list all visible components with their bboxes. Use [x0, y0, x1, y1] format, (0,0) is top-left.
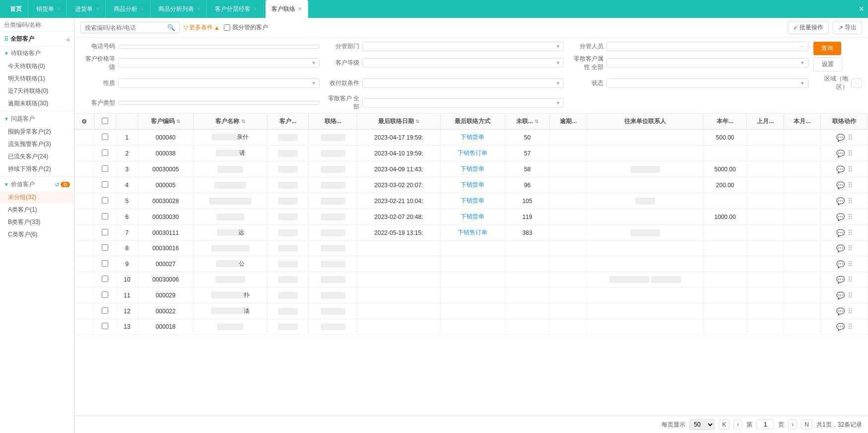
more-icon[interactable]: ⠿	[848, 291, 853, 299]
comment-icon[interactable]: 💬	[836, 149, 845, 157]
col-config[interactable]: ⚙	[74, 114, 94, 130]
sidebar-item-overdue[interactable]: 逾期未联络(30)	[0, 97, 74, 110]
filter-input-price-level[interactable]: ▼	[118, 58, 320, 68]
contact-method-link[interactable]: 下销货单	[461, 213, 484, 220]
row-checkbox[interactable]	[102, 149, 108, 156]
row-checkbox[interactable]	[102, 134, 108, 140]
sidebar-item-churned[interactable]: 已流失客户(24)	[0, 150, 74, 163]
config-icon[interactable]: ⚙	[81, 118, 87, 125]
group-waiting-label[interactable]: ▼ 待联络客户	[0, 47, 74, 60]
tab-purchase[interactable]: 进货单 ×	[69, 0, 106, 18]
more-icon[interactable]: ⠿	[848, 134, 853, 142]
refresh-icon[interactable]: ↺	[55, 181, 60, 188]
sidebar-item-ungrouped[interactable]: 未分组(32)	[0, 191, 74, 204]
row-checkbox[interactable]	[102, 323, 108, 329]
filter-input-phone[interactable]	[118, 45, 320, 49]
col-contact[interactable]: 联络...	[309, 114, 357, 130]
close-customer-segment-tab[interactable]: ×	[254, 5, 257, 12]
sidebar-item-a-class[interactable]: A类客户(1)	[0, 204, 74, 216]
col-last-month[interactable]: 上月...	[747, 114, 784, 130]
contact-method-link[interactable]: 下销货单	[461, 165, 484, 172]
page-number-input[interactable]	[756, 420, 774, 430]
col-this-year[interactable]: 本年...	[703, 114, 747, 130]
sidebar-search-input[interactable]	[4, 21, 74, 28]
group-problem-label[interactable]: ▼ 问题客户	[0, 112, 74, 126]
row-checkbox[interactable]	[102, 181, 108, 188]
row-checkbox[interactable]	[102, 307, 108, 314]
more-icon[interactable]: ⠿	[848, 181, 853, 189]
row-checkbox[interactable]	[102, 229, 108, 235]
sidebar-collapse-btn[interactable]: «	[66, 35, 70, 43]
comment-icon[interactable]: 💬	[836, 165, 845, 173]
tab-analysis[interactable]: 商品分析 ×	[108, 0, 150, 18]
more-icon[interactable]: ⠿	[848, 307, 853, 315]
comment-icon[interactable]: 💬	[836, 244, 845, 252]
sidebar-item-churn-warning[interactable]: 流失预警客户(3)	[0, 138, 74, 150]
row-checkbox[interactable]	[102, 244, 108, 251]
row-checkbox[interactable]	[102, 213, 108, 219]
col-overdue[interactable]: 逾期...	[550, 114, 587, 130]
col-category[interactable]: 客户...	[267, 114, 309, 130]
comment-icon[interactable]: 💬	[836, 134, 845, 142]
sidebar-item-b-class[interactable]: B类客户(33)	[0, 216, 74, 228]
comment-icon[interactable]: 💬	[836, 213, 845, 221]
select-all-checkbox[interactable]	[102, 118, 108, 124]
page-size-select[interactable]: 50 100	[689, 419, 715, 430]
close-all-button[interactable]: ×	[859, 4, 864, 14]
filter-input-payment[interactable]: ▼	[362, 78, 564, 88]
more-icon[interactable]: ⠿	[848, 244, 853, 252]
sidebar-item-today[interactable]: 今天待联络(0)	[0, 60, 74, 72]
sidebar-search-box[interactable]: 🔍	[0, 18, 74, 32]
tab-analysis-list[interactable]: 商品分析列表 ×	[152, 0, 207, 18]
comment-icon[interactable]: 💬	[836, 323, 845, 331]
comment-icon[interactable]: 💬	[836, 291, 845, 299]
more-icon[interactable]: ⠿	[848, 165, 853, 173]
filter-input-retail-customer[interactable]: ▼	[362, 98, 564, 108]
close-analysis-list-tab[interactable]: ×	[197, 5, 200, 12]
filter-input-customer-type[interactable]	[118, 101, 320, 105]
tab-sales[interactable]: 销货单 ×	[30, 0, 67, 18]
batch-op-button[interactable]: ✓ 批量操作	[788, 21, 829, 34]
comment-icon[interactable]: 💬	[836, 181, 845, 189]
tab-customer-segment[interactable]: 客户分层经客 ×	[209, 0, 264, 18]
comment-icon[interactable]: 💬	[836, 307, 845, 315]
col-name[interactable]: 客户名称 ⇅	[193, 114, 267, 130]
sidebar-item-tomorrow[interactable]: 明天待联络(1)	[0, 72, 74, 85]
col-code[interactable]: 客户编码 ⇅	[138, 114, 193, 130]
filter-input-manager[interactable]: ···	[606, 42, 808, 51]
all-customers-header[interactable]: ⠿ 全部客户 «	[0, 32, 74, 47]
row-checkbox[interactable]	[102, 291, 108, 298]
close-sales-tab[interactable]: ×	[57, 5, 61, 12]
my-customers-checkbox[interactable]	[224, 24, 230, 31]
more-icon[interactable]: ⠿	[848, 149, 853, 157]
first-page-btn[interactable]: K	[719, 420, 730, 430]
close-customer-contact-tab[interactable]: ×	[298, 5, 302, 12]
contact-method-link[interactable]: 下销货单	[461, 181, 484, 188]
col-no-contact[interactable]: 未联... ⇅	[505, 114, 550, 130]
filter-input-dept[interactable]: ▼	[362, 42, 564, 51]
close-analysis-tab[interactable]: ×	[140, 5, 144, 12]
search-icon[interactable]: 🔍	[167, 24, 175, 31]
col-check[interactable]	[94, 114, 116, 130]
more-icon[interactable]: ⠿	[848, 260, 853, 268]
filter-input-status[interactable]: ▼	[606, 78, 808, 88]
my-customers-check[interactable]: 我分管的客户	[224, 23, 268, 32]
sidebar-item-declining[interactable]: 持续下滑客户(2)	[0, 163, 74, 175]
export-button[interactable]: ↗ 导出	[833, 21, 862, 34]
row-checkbox[interactable]	[102, 276, 108, 282]
col-last-contact-date[interactable]: 最后联络日期 ⇅	[357, 114, 441, 130]
more-icon[interactable]: ⠿	[848, 229, 853, 237]
main-search-box[interactable]: 🔍	[80, 22, 180, 33]
comment-icon[interactable]: 💬	[836, 276, 845, 284]
filter-input-region[interactable]: ···	[851, 78, 862, 88]
last-page-btn[interactable]: N	[801, 420, 812, 430]
reset-button[interactable]: 设置	[813, 57, 842, 72]
prev-page-btn[interactable]: ‹	[734, 420, 742, 430]
tab-customer-contact[interactable]: 客户联络 ×	[266, 0, 308, 18]
filter-input-customer-level[interactable]: ▼	[362, 58, 564, 68]
more-icon[interactable]: ⠿	[848, 323, 853, 331]
col-this-month[interactable]: 本月...	[784, 114, 820, 130]
contact-method-link[interactable]: 下销货单	[461, 197, 484, 204]
next-page-btn[interactable]: ›	[788, 420, 797, 430]
group-value-label[interactable]: ▼ 价值客户 ↺ ⚙	[0, 178, 74, 191]
